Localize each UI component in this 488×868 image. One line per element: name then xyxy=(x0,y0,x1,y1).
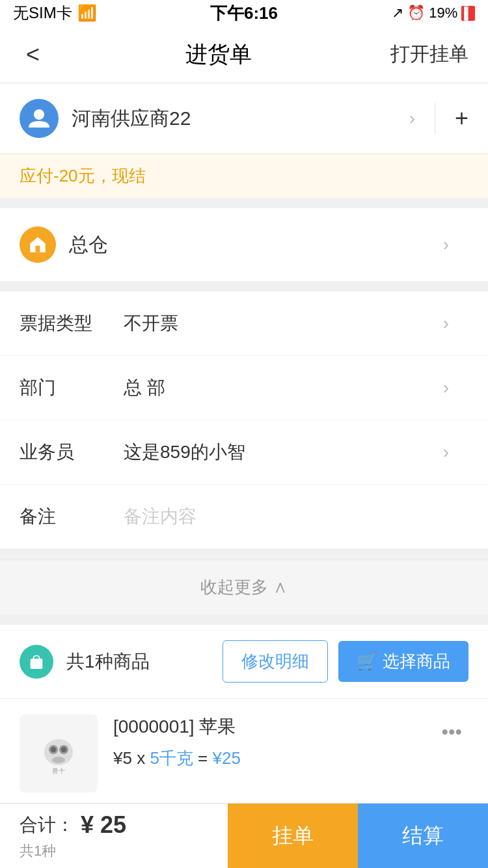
add-icon[interactable]: + xyxy=(455,105,468,132)
product-item: 兽十 [0000001] 苹果 ¥5 x 5千克 = ¥25 ••• xyxy=(0,699,488,808)
product-title: 苹果 xyxy=(199,716,236,737)
chevron-right-icon: › xyxy=(443,234,449,255)
warehouse-row[interactable]: 总仓 › xyxy=(0,208,488,281)
page-title: 进货单 xyxy=(185,40,252,70)
chevron-right-icon: › xyxy=(443,313,449,334)
invoice-label: 票据类型 xyxy=(20,311,98,336)
total-label: 合计： ¥ 25 xyxy=(20,811,208,839)
remark-row[interactable]: 备注 备注内容 xyxy=(0,485,488,549)
settle-button[interactable]: 结算 xyxy=(358,804,488,869)
alarm-icon: ⏰ xyxy=(407,5,425,21)
svg-rect-2 xyxy=(31,658,43,669)
supplier-avatar xyxy=(20,99,59,138)
svg-rect-1 xyxy=(36,246,40,252)
product-info: [0000001] 苹果 ¥5 x 5千克 = ¥25 xyxy=(113,714,435,770)
dept-row[interactable]: 部门 总 部 › xyxy=(0,356,488,420)
product-thumbnail: 兽十 xyxy=(20,714,98,793)
supplier-section: 河南供应商22 › + 应付-20元，现结 xyxy=(0,83,488,198)
battery-text: 19% xyxy=(429,5,457,21)
warehouse-name: 总仓 xyxy=(69,232,443,258)
supplier-name: 河南供应商22 xyxy=(72,105,409,132)
battery-icon: ▌ xyxy=(461,6,475,21)
form-section: 票据类型 不开票 › 部门 总 部 › 业务员 这是859的小智 › 备注 备注… xyxy=(0,292,488,549)
dept-label: 部门 xyxy=(20,375,98,400)
nav-bar: < 进货单 打开挂单 xyxy=(0,26,488,83)
products-header: 共1种商品 修改明细 🛒 选择商品 xyxy=(0,625,488,699)
salesperson-row[interactable]: 业务员 这是859的小智 › xyxy=(0,420,488,485)
select-product-button[interactable]: 🛒 选择商品 xyxy=(338,641,468,682)
unit-price: ¥5 xyxy=(113,748,132,768)
svg-point-0 xyxy=(34,109,44,120)
product-price-formula: ¥5 x 5千克 = ¥25 xyxy=(113,747,435,770)
dept-value: 总 部 xyxy=(98,375,443,400)
back-button[interactable]: < xyxy=(20,34,46,75)
edit-detail-button[interactable]: 修改明细 xyxy=(223,640,328,683)
svg-text:兽十: 兽十 xyxy=(52,767,65,774)
supplier-row[interactable]: 河南供应商22 › + xyxy=(0,83,488,154)
total-amount: ¥ 25 xyxy=(81,811,126,839)
open-hang-button[interactable]: 打开挂单 xyxy=(390,41,468,68)
svg-point-9 xyxy=(52,757,65,763)
notice-bar: 应付-20元，现结 xyxy=(0,154,488,198)
location-icon: ↗ xyxy=(392,5,403,21)
product-code: [0000001] xyxy=(113,716,195,737)
user-icon xyxy=(27,107,51,130)
hang-button[interactable]: 挂单 xyxy=(228,804,358,869)
multiply-sign: x xyxy=(137,748,150,768)
chevron-right-icon: › xyxy=(443,442,449,463)
products-count: 共1种商品 xyxy=(66,649,223,674)
divider xyxy=(435,103,435,134)
more-options-button[interactable]: ••• xyxy=(435,714,468,750)
chevron-right-icon: › xyxy=(443,377,449,398)
svg-point-8 xyxy=(61,747,66,752)
bottom-bar: 合计： ¥ 25 共1种 挂单 结算 xyxy=(0,803,488,868)
collapse-row[interactable]: 收起更多 ∧ xyxy=(0,560,488,614)
product-name: [0000001] 苹果 xyxy=(113,714,435,739)
quantity: 5千克 xyxy=(150,748,193,768)
signal-text: 无SIM卡 xyxy=(13,3,72,23)
subtotal: ¥25 xyxy=(213,748,241,768)
status-time: 下午6:16 xyxy=(210,2,278,25)
salesperson-value: 这是859的小智 xyxy=(98,440,443,465)
product-image: 兽十 xyxy=(33,727,85,780)
products-icon xyxy=(20,645,53,679)
equals-sign: = xyxy=(198,748,212,768)
svg-point-7 xyxy=(51,747,56,752)
invoice-value: 不开票 xyxy=(98,311,443,336)
status-bar: 无SIM卡 📶 下午6:16 ↗ ⏰ 19% ▌ xyxy=(0,0,488,26)
invoice-row[interactable]: 票据类型 不开票 › xyxy=(0,292,488,356)
wifi-icon: 📶 xyxy=(77,4,97,22)
products-section: 共1种商品 修改明细 🛒 选择商品 兽十 xyxy=(0,625,488,808)
status-left: 无SIM卡 📶 xyxy=(13,3,97,23)
total-section: 合计： ¥ 25 共1种 xyxy=(0,811,228,861)
salesperson-label: 业务员 xyxy=(20,440,98,465)
remark-value: 备注内容 xyxy=(98,504,468,529)
content: 河南供应商22 › + 应付-20元，现结 总仓 › 票据类型 不开票 › 部门… xyxy=(0,83,488,868)
cart-icon: 🛒 xyxy=(357,651,377,671)
bag-icon xyxy=(27,653,46,671)
warehouse-icon xyxy=(20,226,56,263)
remark-label: 备注 xyxy=(20,504,98,529)
status-right: ↗ ⏰ 19% ▌ xyxy=(392,5,475,21)
total-count: 共1种 xyxy=(20,841,208,861)
home-icon xyxy=(28,235,47,254)
chevron-right-icon: › xyxy=(409,108,415,129)
